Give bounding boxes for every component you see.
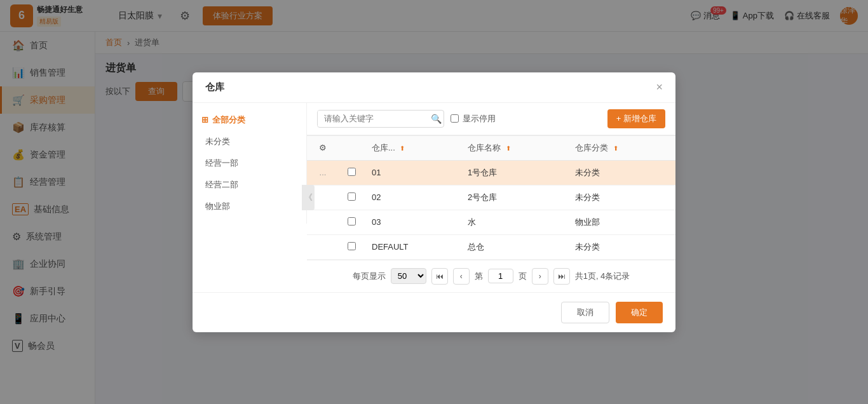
col-header-name: 仓库名称 ⬆ [460, 135, 568, 160]
row-code: DEFAULT [364, 234, 460, 259]
category-panel-wrap: ⊞ 全部分类 未分类 经营一部 经营二部 物业部 《 [193, 103, 307, 292]
category-item-1[interactable]: 经营一部 [193, 152, 306, 174]
row-name: 1号仓库 [460, 160, 568, 185]
sort-icon-name: ⬆ [506, 145, 511, 152]
row-name: 水 [460, 210, 568, 234]
category-item-3[interactable]: 物业部 [193, 196, 306, 217]
modal-header: 仓库 × [193, 72, 675, 103]
collapse-category-button[interactable]: 《 [302, 185, 315, 210]
page-unit: 页 [519, 271, 527, 282]
row-category: 未分类 [567, 185, 675, 210]
show-disabled-label: 显示停用 [451, 113, 496, 125]
table-panel: 🔍 显示停用 + 新增仓库 ⚙ [307, 103, 675, 292]
table-row[interactable]: ... 01 1号仓库 未分类 [307, 160, 675, 185]
page-size-label: 每页显示 [353, 271, 386, 282]
cancel-button[interactable]: 取消 [561, 302, 609, 323]
row-check[interactable] [339, 185, 364, 210]
row-gear [307, 234, 339, 259]
row-code: 03 [364, 210, 460, 234]
total-info: 共1页, 4条记录 [575, 271, 630, 282]
sort-icon-code: ⬆ [400, 145, 405, 152]
page-number-input[interactable] [488, 269, 513, 283]
row-gear [307, 210, 339, 234]
row-name: 总仓 [460, 234, 568, 259]
category-all-header[interactable]: ⊞ 全部分类 [193, 109, 306, 131]
add-warehouse-button[interactable]: + 新增仓库 [607, 109, 665, 128]
col-header-gear: ⚙ [307, 135, 339, 160]
col-header-category: 仓库分类 ⬆ [567, 135, 675, 160]
modal-body: ⊞ 全部分类 未分类 经营一部 经营二部 物业部 《 🔍 [193, 103, 675, 292]
search-icon[interactable]: 🔍 [426, 111, 444, 127]
row-category: 物业部 [567, 210, 675, 234]
page-size-select[interactable]: 50 10 20 100 [391, 268, 426, 284]
row-code: 01 [364, 160, 460, 185]
category-item-2[interactable]: 经营二部 [193, 174, 306, 196]
table-row[interactable]: DEFAULT 总仓 未分类 [307, 234, 675, 259]
pagination-bar: 每页显示 50 10 20 100 ⏮ ‹ 第 页 › ⏭ 共1页, 4条记录 [307, 260, 675, 292]
row-check[interactable] [339, 160, 364, 185]
category-item-0[interactable]: 未分类 [193, 131, 306, 152]
modal-title: 仓库 [205, 81, 224, 93]
page-label: 第 [475, 271, 483, 282]
col-header-check [339, 135, 364, 160]
row-check[interactable] [339, 210, 364, 234]
row-code: 02 [364, 185, 460, 210]
search-input-wrap: 🔍 [317, 110, 444, 128]
grid-icon: ⊞ [201, 115, 208, 125]
row-check[interactable] [339, 234, 364, 259]
modal-overlay: 仓库 × ⊞ 全部分类 未分类 经营一部 经营二部 物业部 《 [0, 0, 868, 404]
data-table: ⚙ 仓库... ⬆ 仓库名称 ⬆ [307, 135, 675, 260]
confirm-button[interactable]: 确定 [616, 302, 663, 323]
prev-page-button[interactable]: ‹ [453, 268, 470, 285]
row-gear: ... [307, 160, 339, 185]
table-row[interactable]: 03 水 物业部 [307, 210, 675, 234]
row-category: 未分类 [567, 160, 675, 185]
table-row[interactable]: 02 2号仓库 未分类 [307, 185, 675, 210]
table-toolbar: 🔍 显示停用 + 新增仓库 [307, 103, 675, 135]
show-disabled-checkbox[interactable] [451, 114, 459, 123]
col-header-code: 仓库... ⬆ [364, 135, 460, 160]
warehouse-modal: 仓库 × ⊞ 全部分类 未分类 经营一部 经营二部 物业部 《 [193, 72, 675, 332]
sort-icon-category: ⬆ [613, 145, 618, 152]
category-panel: ⊞ 全部分类 未分类 经营一部 经营二部 物业部 [193, 103, 307, 224]
first-page-button[interactable]: ⏮ [431, 268, 448, 285]
search-input[interactable] [318, 111, 426, 126]
warehouse-table: ⚙ 仓库... ⬆ 仓库名称 ⬆ [307, 135, 675, 260]
modal-close-button[interactable]: × [656, 81, 663, 93]
row-name: 2号仓库 [460, 185, 568, 210]
modal-footer: 取消 确定 [193, 292, 675, 332]
last-page-button[interactable]: ⏭ [553, 268, 570, 285]
row-category: 未分类 [567, 234, 675, 259]
next-page-button[interactable]: › [532, 268, 548, 285]
